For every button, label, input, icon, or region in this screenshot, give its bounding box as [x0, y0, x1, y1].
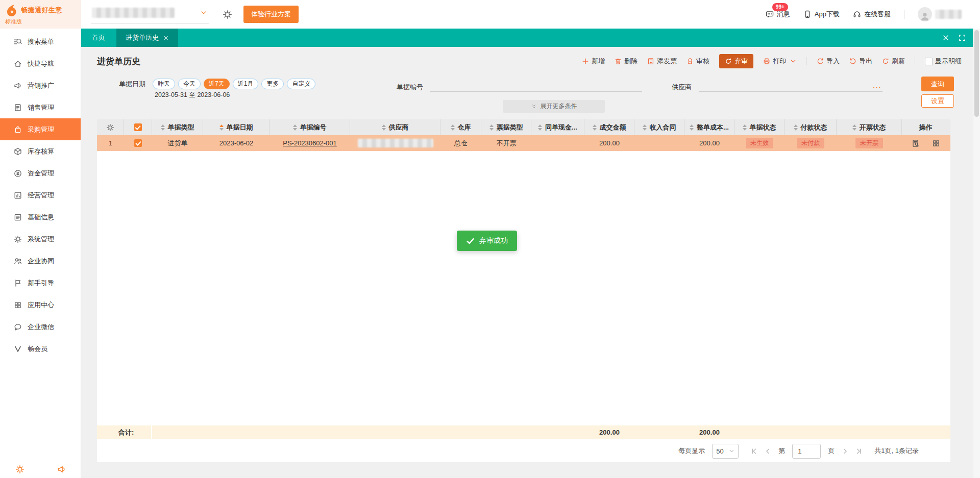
header-label: 单据类型: [168, 123, 194, 132]
vertical-scrollbar[interactable]: [973, 29, 980, 478]
announcement-speaker-icon[interactable]: [57, 465, 66, 474]
checkbox-unchecked[interactable]: [925, 58, 933, 65]
sidebar-item-collaboration[interactable]: 企业协同: [0, 250, 81, 272]
header-same-order-cash[interactable]: 同单现金...: [531, 119, 584, 135]
sidebar-item-marketing[interactable]: 营销推广: [0, 74, 81, 96]
user-menu[interactable]: [918, 7, 962, 21]
app-download-button[interactable]: App下载: [803, 10, 840, 19]
fullscreen-icon[interactable]: [959, 34, 966, 41]
header-invoice-type[interactable]: 票据类型: [481, 119, 531, 135]
sidebar-item-search-menu[interactable]: 搜索菜单: [0, 31, 81, 53]
sidebar-item-quick-nav[interactable]: 快捷导航: [0, 53, 81, 74]
sidebar-item-inventory[interactable]: 库存核算: [0, 140, 81, 162]
gear-icon[interactable]: [223, 10, 232, 19]
date-option-last7days[interactable]: 近7天: [204, 79, 230, 89]
header-pay-status[interactable]: 付款状态: [785, 119, 837, 135]
doc-no-input[interactable]: [430, 80, 642, 92]
close-icon[interactable]: [163, 35, 169, 41]
settings-button[interactable]: 设置: [921, 94, 954, 108]
table-row[interactable]: 1 进货单 2023-06-02 PS-20230602-001 总仓 不开票 …: [97, 135, 950, 151]
tab-home[interactable]: 首页: [81, 29, 116, 47]
header-label: 单据状态: [750, 123, 776, 132]
add-invoice-button[interactable]: 添发票: [647, 57, 677, 66]
export-button[interactable]: 导出: [849, 57, 872, 66]
show-detail-checkbox[interactable]: 显示明细: [925, 57, 962, 66]
header-doc-date[interactable]: 单据日期: [203, 119, 270, 135]
header-invoice-status[interactable]: 开票状态: [837, 119, 902, 135]
sidebar-item-funds[interactable]: 资金管理: [0, 162, 81, 184]
filter-doc-no: 单据编号: [397, 80, 642, 92]
prev-page-icon[interactable]: [765, 448, 771, 455]
select-all-cell[interactable]: [124, 119, 152, 135]
date-option-custom[interactable]: 自定义: [287, 79, 315, 89]
printer-icon: [763, 58, 770, 65]
sidebar-item-beginner-guide[interactable]: 新手引导: [0, 272, 81, 294]
date-option-today[interactable]: 今天: [178, 79, 201, 89]
first-page-icon[interactable]: [751, 448, 757, 455]
date-option-more[interactable]: 更多: [261, 79, 284, 89]
headset-icon: [853, 10, 861, 18]
header-deal-amount[interactable]: 成交金额: [584, 119, 634, 135]
settings-gear-icon[interactable]: [15, 465, 24, 474]
sidebar-item-operations[interactable]: 经营管理: [0, 184, 81, 206]
sidebar-item-sales[interactable]: 销售管理: [0, 96, 81, 118]
pagination-summary: 共1页, 1条记录: [874, 446, 919, 456]
view-document-icon[interactable]: [912, 139, 920, 147]
header-supplier[interactable]: 供应商: [350, 119, 440, 135]
gear-icon[interactable]: [106, 123, 114, 132]
online-service-label: 在线客服: [864, 10, 891, 19]
next-page-icon[interactable]: [842, 448, 848, 455]
sidebar-item-purchase[interactable]: 采购管理: [0, 118, 81, 140]
page-number-input[interactable]: 1: [792, 444, 821, 459]
sidebar-item-system[interactable]: 系统管理: [0, 228, 81, 250]
chat-icon: [14, 323, 22, 331]
column-settings-cell[interactable]: [97, 119, 124, 135]
add-button[interactable]: 新增: [582, 57, 605, 66]
sidebar-item-wecom[interactable]: 企业微信: [0, 316, 81, 338]
date-option-last-month[interactable]: 近1月: [233, 79, 259, 89]
cell-actions: [902, 135, 949, 151]
toast-message: 弃审成功: [479, 236, 508, 245]
checkbox-checked[interactable]: [134, 139, 142, 147]
query-button[interactable]: 查询: [921, 77, 954, 91]
print-label: 打印: [773, 57, 786, 66]
header-income-contract[interactable]: 收入合同: [634, 119, 684, 135]
audit-button[interactable]: 审核: [687, 57, 709, 66]
header-doc-type[interactable]: 单据类型: [152, 119, 203, 135]
sidebar-item-label: 经营管理: [28, 191, 54, 200]
topbar-right: 消息 99+ App下载 在线客服: [766, 7, 962, 21]
last-page-icon[interactable]: [855, 448, 862, 455]
row-select-cell[interactable]: [124, 135, 152, 151]
sidebar-item-basic-info[interactable]: 基础信息: [0, 206, 81, 228]
supplier-picker-dots[interactable]: ...: [873, 82, 881, 90]
checkbox-checked[interactable]: [134, 123, 142, 131]
trial-industry-button[interactable]: 体验行业方案: [243, 6, 299, 23]
online-service-button[interactable]: 在线客服: [853, 10, 891, 19]
expand-more-conditions[interactable]: 展开更多条件: [503, 100, 605, 113]
scrollbar-thumb[interactable]: [974, 30, 979, 117]
header-warehouse[interactable]: 仓库: [440, 119, 481, 135]
messages-button[interactable]: 消息 99+: [766, 10, 790, 19]
global-search-select[interactable]: [91, 5, 209, 23]
refresh-button[interactable]: 刷新: [882, 57, 905, 66]
tab-purchase-history[interactable]: 进货单历史: [116, 29, 178, 47]
close-all-icon[interactable]: [942, 34, 949, 41]
doc-no-link[interactable]: PS-20230602-001: [283, 139, 337, 147]
sidebar-item-app-center[interactable]: 应用中心: [0, 294, 81, 316]
header-total-cost[interactable]: 整单成本...: [684, 119, 734, 135]
delete-button[interactable]: 删除: [615, 57, 638, 66]
add-invoice-label: 添发票: [657, 57, 677, 66]
unaudit-button[interactable]: 弃审: [719, 54, 753, 68]
related-docs-grid-icon[interactable]: [932, 139, 940, 147]
date-option-yesterday[interactable]: 昨天: [153, 79, 175, 89]
cell-doc-no[interactable]: PS-20230602-001: [270, 135, 350, 151]
box-icon: [14, 147, 22, 156]
print-button[interactable]: 打印: [763, 57, 797, 66]
import-button[interactable]: 导入: [817, 57, 840, 66]
header-doc-no[interactable]: 单据编号: [270, 119, 350, 135]
per-page-select[interactable]: 50: [712, 444, 739, 459]
status-badge: 未付款: [797, 138, 824, 148]
supplier-input[interactable]: ...: [699, 80, 883, 92]
header-doc-status[interactable]: 单据状态: [734, 119, 785, 135]
sidebar-item-member[interactable]: 畅会员: [0, 338, 81, 360]
